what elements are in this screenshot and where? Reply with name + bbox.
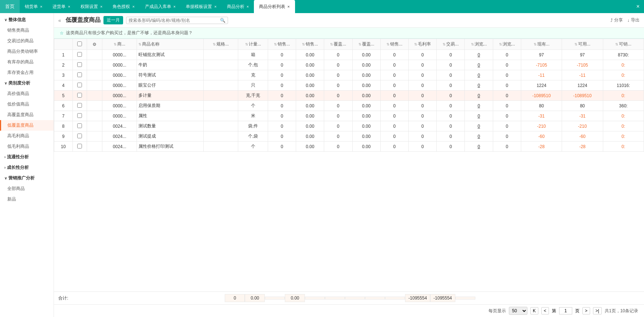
column-settings-icon[interactable]: ⚙ <box>93 42 97 47</box>
sidebar-item-new-goods[interactable]: 新品 <box>0 194 54 205</box>
sidebar-item-low-margin[interactable]: 低毛利商品 <box>0 141 54 152</box>
row-checkbox[interactable] <box>77 93 82 98</box>
row-checkbox[interactable] <box>77 83 82 87</box>
row-checkbox[interactable] <box>77 62 82 67</box>
cell-browse-cnt[interactable]: 0 <box>465 91 493 101</box>
sidebar-section-title-marketing[interactable]: ∨ 营销推广分析 <box>0 173 54 183</box>
cell-browse-cnt[interactable]: 0 <box>465 121 493 131</box>
collapse-sidebar-button[interactable]: « <box>58 17 61 23</box>
cell-check[interactable] <box>72 70 87 80</box>
col-header-cover-qty[interactable]: 覆盖... <box>324 39 352 50</box>
cell-browse-cnt[interactable]: 0 <box>465 101 493 111</box>
nav-close-all[interactable]: × <box>632 3 644 10</box>
nav-role-auth[interactable]: 角色授权 × <box>107 0 140 13</box>
cell-browse-cnt[interactable]: 0 <box>465 60 493 70</box>
cell-browse-cnt[interactable]: 0 <box>465 70 493 80</box>
cell-idx: 10 <box>54 142 73 152</box>
next-page-button[interactable]: > <box>582 307 590 314</box>
col-header-sales-cnt[interactable]: 销售... <box>380 39 408 50</box>
search-icon[interactable]: 🔍 <box>220 18 225 23</box>
nav-close-role[interactable]: × <box>132 4 134 9</box>
nav-close-analysis-list[interactable]: × <box>287 4 290 9</box>
sidebar-item-category-rate[interactable]: 商品分类动销率 <box>0 46 54 57</box>
sidebar-item-in-stock-goods[interactable]: 有库存的商品 <box>0 57 54 67</box>
nav-close-analysis[interactable]: × <box>247 4 249 9</box>
row-checkbox[interactable] <box>77 123 82 128</box>
time-filter-recent-month[interactable]: 近一月 <box>103 16 123 24</box>
nav-sales-order[interactable]: 销货单 × <box>20 0 47 13</box>
row-checkbox[interactable] <box>77 72 82 77</box>
row-checkbox[interactable] <box>77 113 82 118</box>
sidebar-section-title-overview[interactable]: ∨ 整体信息 <box>0 15 54 25</box>
nav-template-settings[interactable]: 单据模板设置 × <box>181 0 221 13</box>
row-checkbox[interactable] <box>77 134 82 138</box>
sidebar-section-title-growth[interactable]: › 成长性分析 <box>0 162 54 173</box>
cell-check[interactable] <box>72 50 87 60</box>
nav-purchase-order[interactable]: 进货单 × <box>47 0 75 13</box>
nav-permission[interactable]: 权限设置 × <box>75 0 107 13</box>
col-header-browse-pv[interactable]: 浏览... <box>493 39 521 50</box>
cell-browse-cnt[interactable]: 0 <box>465 50 493 60</box>
cell-check[interactable] <box>72 91 87 101</box>
cell-check[interactable] <box>72 80 87 91</box>
sidebar-section-title-category[interactable]: ∨ 类别度分析 <box>0 78 54 88</box>
first-page-button[interactable]: K <box>530 307 538 314</box>
row-checkbox[interactable] <box>77 144 82 148</box>
sidebar-item-high-value[interactable]: 高价值商品 <box>0 88 54 99</box>
cell-check[interactable] <box>72 131 87 142</box>
sidebar-item-traded-goods[interactable]: 交易过的商品 <box>0 36 54 46</box>
page-number-input[interactable] <box>559 307 572 314</box>
col-header-browse-cnt[interactable]: 浏览... <box>465 39 493 50</box>
cell-check[interactable] <box>72 60 87 70</box>
prev-page-button[interactable]: < <box>541 307 549 314</box>
col-header-sellable[interactable]: 可销... <box>603 39 644 50</box>
sidebar-item-low-coverage[interactable]: 低覆盖度商品 <box>0 120 54 131</box>
cell-browse-cnt[interactable]: 0 <box>465 131 493 142</box>
nav-close-purchase[interactable]: × <box>68 4 70 9</box>
col-header-check[interactable] <box>72 39 87 50</box>
sidebar-item-sales-goods[interactable]: 销售类商品 <box>0 25 54 36</box>
col-header-code[interactable]: 商... <box>102 39 137 50</box>
nav-close-template[interactable]: × <box>214 4 216 9</box>
cell-check[interactable] <box>72 111 87 121</box>
nav-close-sales-order[interactable]: × <box>40 4 42 9</box>
col-header-spec[interactable]: 规格... <box>203 39 238 50</box>
sidebar-item-high-margin[interactable]: 高毛利商品 <box>0 131 54 141</box>
cell-browse-cnt[interactable]: 0 <box>465 142 493 152</box>
nav-close-permission[interactable]: × <box>100 4 102 9</box>
sidebar-item-high-coverage[interactable]: 高覆盖度商品 <box>0 110 54 120</box>
sidebar-item-stock-capital[interactable]: 库存资金占用 <box>0 67 54 78</box>
col-header-sales-qty[interactable]: 销售... <box>268 39 296 50</box>
col-header-name[interactable]: 商品名称 <box>137 39 204 50</box>
row-checkbox[interactable] <box>77 103 82 108</box>
cell-check[interactable] <box>72 101 87 111</box>
cell-browse-cnt[interactable]: 0 <box>465 111 493 121</box>
share-button[interactable]: ⤴ 分享 <box>610 17 623 23</box>
export-button[interactable]: ↓ 导出 <box>627 17 640 23</box>
cell-browse-cnt[interactable]: 0 <box>465 80 493 91</box>
nav-goods-analysis-list[interactable]: 商品分析列表 × <box>254 0 295 13</box>
col-header-trade[interactable]: 交易... <box>437 39 465 50</box>
nav-goods-analysis[interactable]: 商品分析 × <box>222 0 254 13</box>
nav-close-storage[interactable]: × <box>173 4 176 9</box>
sidebar-item-all-goods[interactable]: 全部商品 <box>0 183 54 194</box>
cell-browse-pv: 0 <box>493 80 521 91</box>
row-checkbox[interactable] <box>77 52 82 57</box>
col-header-curr-inv[interactable]: 现有... <box>521 39 562 50</box>
col-header-sales-amt[interactable]: 销售... <box>296 39 324 50</box>
cell-check[interactable] <box>72 121 87 131</box>
nav-product-storage[interactable]: 产成品入库单 × <box>140 0 181 13</box>
nav-home[interactable]: 首页 <box>0 0 20 13</box>
col-header-avail-inv[interactable]: 可用... <box>562 39 603 50</box>
col-header-settings[interactable]: ⚙ <box>87 39 102 50</box>
last-page-button[interactable]: >| <box>593 307 602 314</box>
col-header-unit[interactable]: 计量... <box>238 39 268 50</box>
select-all-checkbox[interactable] <box>77 41 82 46</box>
sidebar-section-title-liquidity[interactable]: › 流通性分析 <box>0 152 54 162</box>
col-header-gross-rate[interactable]: 毛利率 <box>408 39 436 50</box>
cell-check[interactable] <box>72 142 87 152</box>
sidebar-item-low-value[interactable]: 低价值商品 <box>0 99 54 110</box>
search-input[interactable] <box>129 18 220 23</box>
col-header-cover-amt[interactable]: 覆盖... <box>352 39 380 50</box>
page-size-select[interactable]: 50 100 200 <box>509 307 527 315</box>
